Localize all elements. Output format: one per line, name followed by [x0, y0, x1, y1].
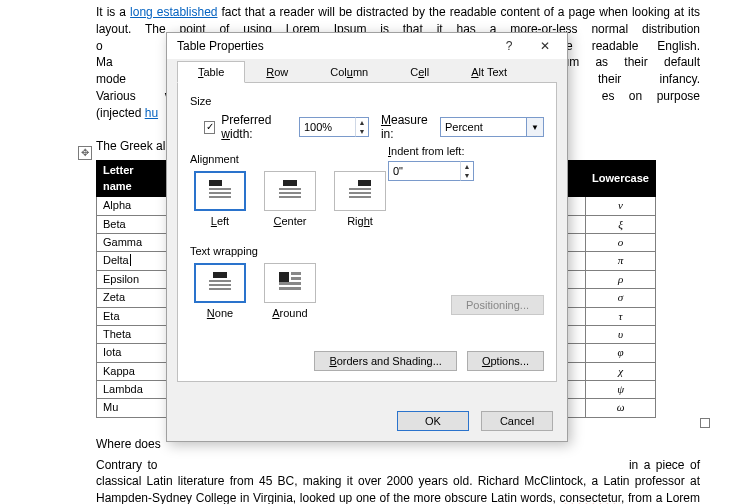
alignment-options: Left Center Right	[194, 171, 544, 227]
ok-button[interactable]: OK	[397, 411, 469, 431]
cell-lowercase[interactable]: φ	[586, 344, 656, 362]
cell-name[interactable]: Kappa	[97, 362, 167, 380]
wrap-around-option[interactable]: Around	[264, 263, 316, 319]
col-lowercase[interactable]: Lowercase	[586, 161, 656, 197]
preferred-width-spinner[interactable]: 100% ▲▼	[299, 117, 369, 137]
help-button[interactable]: ?	[491, 35, 527, 57]
tab-panel-table: Size Preferred width: 100% ▲▼ Measure in…	[177, 82, 557, 382]
indent-spinner[interactable]: 0" ▲▼	[388, 161, 474, 181]
table-properties-dialog: Table Properties ? ✕ Table Row Column Ce…	[166, 32, 568, 442]
indent-spinner-arrows[interactable]: ▲▼	[460, 161, 474, 181]
tab-cell[interactable]: Cell	[389, 61, 450, 83]
cell-name[interactable]: Delta	[97, 252, 167, 270]
cell-name[interactable]: Iota	[97, 344, 167, 362]
measure-in-value: Percent	[440, 117, 526, 137]
paragraph-3: Contrary to ____________________________…	[96, 457, 700, 504]
wrap-none-option[interactable]: None	[194, 263, 246, 319]
link-long-established[interactable]: long established	[130, 5, 217, 19]
tab-alt-text[interactable]: Alt Text	[450, 61, 528, 83]
indent-input[interactable]: 0"	[388, 161, 460, 181]
dialog-title: Table Properties	[177, 39, 491, 53]
table-resize-handle[interactable]	[700, 418, 710, 428]
cell-lowercase[interactable]: υ	[586, 325, 656, 343]
cell-name[interactable]: Zeta	[97, 289, 167, 307]
preferred-width-input[interactable]: 100%	[299, 117, 355, 137]
cell-lowercase[interactable]: ν	[586, 197, 656, 215]
chevron-down-icon[interactable]: ▼	[526, 117, 544, 137]
col-letter-name[interactable]: Letter name	[97, 161, 167, 197]
indent-group: Indent from left: 0" ▲▼	[388, 145, 474, 181]
cell-lowercase[interactable]: ω	[586, 399, 656, 417]
cell-lowercase[interactable]: ψ	[586, 381, 656, 399]
dialog-titlebar[interactable]: Table Properties ? ✕	[167, 33, 567, 59]
measure-in-label: Measure in:	[381, 113, 434, 141]
cell-lowercase[interactable]: π	[586, 252, 656, 270]
tab-table[interactable]: Table	[177, 61, 245, 83]
borders-shading-button[interactable]: Borders and Shading...	[314, 351, 457, 371]
close-button[interactable]: ✕	[527, 35, 563, 57]
table-move-handle[interactable]: ✥	[78, 146, 92, 160]
cell-lowercase[interactable]: ξ	[586, 215, 656, 233]
preferred-width-checkbox[interactable]	[204, 121, 215, 134]
tab-row[interactable]: Row	[245, 61, 309, 83]
spellerror-consectetur[interactable]: consectetur	[560, 491, 621, 504]
link-humour[interactable]: hu	[145, 106, 158, 120]
tab-column[interactable]: Column	[309, 61, 389, 83]
align-right-option[interactable]: Right	[334, 171, 386, 227]
cell-name[interactable]: Gamma	[97, 233, 167, 251]
wrap-section-label: Text wrapping	[190, 245, 544, 257]
cell-name[interactable]: Beta	[97, 215, 167, 233]
cell-name[interactable]: Mu	[97, 399, 167, 417]
measure-in-select[interactable]: Percent ▼	[440, 117, 544, 137]
preferred-width-label: Preferred width:	[221, 113, 293, 141]
indent-label: Indent from left:	[388, 145, 474, 157]
cell-name[interactable]: Alpha	[97, 197, 167, 215]
cell-lowercase[interactable]: τ	[586, 307, 656, 325]
cell-name[interactable]: Epsilon	[97, 270, 167, 288]
align-left-option[interactable]: Left	[194, 171, 246, 227]
cancel-button[interactable]: Cancel	[481, 411, 553, 431]
cell-lowercase[interactable]: σ	[586, 289, 656, 307]
positioning-button: Positioning...	[451, 295, 544, 315]
alignment-section-label: Alignment	[190, 153, 544, 165]
cell-lowercase[interactable]: ρ	[586, 270, 656, 288]
options-button[interactable]: Options...	[467, 351, 544, 371]
cell-lowercase[interactable]: ο	[586, 233, 656, 251]
cell-name[interactable]: Lambda	[97, 381, 167, 399]
align-center-option[interactable]: Center	[264, 171, 316, 227]
cell-lowercase[interactable]: χ	[586, 362, 656, 380]
size-section-label: Size	[190, 95, 544, 107]
spinner-arrows[interactable]: ▲▼	[355, 117, 369, 137]
cell-name[interactable]: Theta	[97, 325, 167, 343]
cell-name[interactable]: Eta	[97, 307, 167, 325]
tab-strip: Table Row Column Cell Alt Text	[167, 59, 567, 83]
